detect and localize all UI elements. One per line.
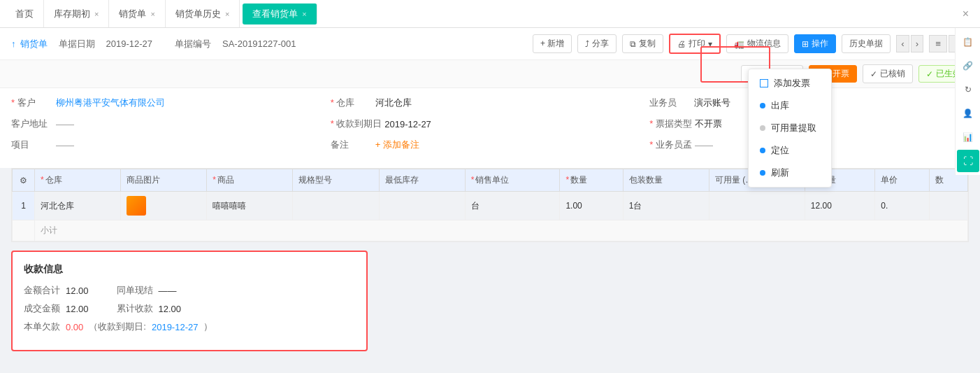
copy-button[interactable]: ⧉ 复制 bbox=[622, 34, 663, 53]
customer-value[interactable]: 柳州粤港平安气体有限公司 bbox=[56, 97, 165, 109]
tab-sales-order[interactable]: 销货单 × bbox=[109, 0, 165, 27]
tab-inventory-init[interactable]: 库存期初 × bbox=[44, 0, 109, 27]
logistics-button[interactable]: 🚛 物流信息 bbox=[726, 34, 788, 53]
available-extract-item[interactable]: 可用量提取 bbox=[749, 117, 831, 139]
due-date: 2019-12-27 bbox=[152, 322, 199, 332]
next-button[interactable]: › bbox=[911, 35, 923, 52]
row-product-img bbox=[121, 192, 207, 220]
col-min-stock: 最低库存 bbox=[379, 169, 465, 192]
deal-amount-item: 成交金额 12.00 bbox=[24, 302, 89, 315]
print-dropdown-arrow: ▾ bbox=[708, 39, 712, 49]
tab-sales-history[interactable]: 销货单历史 × bbox=[166, 0, 240, 27]
tab-view-sales-close[interactable]: × bbox=[302, 10, 306, 18]
page-wrapper: 首页 库存期初 × 销货单 × 销货单历史 × 查看销货单 × × ↑ 销货单 … bbox=[0, 0, 980, 373]
customer-field: 客户 柳州粤港平安气体有限公司 bbox=[11, 97, 331, 109]
available-extract-label: 可用量提取 bbox=[771, 122, 816, 134]
deal-amount-label: 成交金额 bbox=[24, 302, 60, 315]
row-extra bbox=[929, 192, 967, 220]
right-tool-2[interactable]: 🔗 bbox=[957, 55, 979, 77]
note-field: 备注 + 添加备注 bbox=[331, 139, 650, 151]
same-order-label: 同单现结 bbox=[117, 284, 153, 297]
print-button[interactable]: 🖨 打印 ▾ bbox=[669, 34, 721, 54]
tab-sales-order-close[interactable]: × bbox=[150, 10, 154, 18]
same-order-value: —— bbox=[159, 286, 177, 296]
staff2-label: 业务员孟 bbox=[649, 139, 692, 151]
right-tool-expand[interactable]: ⛶ bbox=[957, 150, 979, 172]
note-label: 备注 bbox=[331, 139, 373, 151]
col-quantity: *数量 bbox=[560, 169, 623, 192]
tab-home[interactable]: 首页 bbox=[6, 0, 44, 27]
amount-value: 12.00 bbox=[66, 286, 89, 296]
address-label: 客户地址 bbox=[11, 118, 53, 130]
tab-sales-history-label: 销货单历史 bbox=[175, 8, 221, 20]
tab-inventory-init-close[interactable]: × bbox=[94, 10, 99, 18]
share-button[interactable]: ⤴ 分享 bbox=[577, 34, 617, 53]
right-tool-3[interactable]: ↻ bbox=[957, 78, 979, 101]
payment-date-field: 收款到期日 2019-12-27 bbox=[331, 118, 650, 130]
share-icon: ⤴ bbox=[585, 39, 589, 49]
right-tool-4[interactable]: 👤 bbox=[957, 102, 979, 125]
arrears-label: 本单欠款 bbox=[24, 321, 60, 333]
operations-icon: ⊞ bbox=[802, 39, 809, 49]
doc-type-label: 销货单 bbox=[20, 38, 48, 50]
add-invoice-label: 添加发票 bbox=[774, 77, 810, 90]
project-field: 项目 —— bbox=[11, 139, 331, 151]
window-close-button[interactable]: × bbox=[957, 8, 974, 20]
outbound-label: 出库 bbox=[771, 99, 789, 112]
number-value: SA-20191227-001 bbox=[222, 38, 296, 49]
amount-label: 金额合计 bbox=[24, 284, 60, 297]
row-quantity: 1.00 bbox=[560, 192, 623, 220]
payment-row-1: 金额合计 12.00 同单现结 —— bbox=[24, 284, 355, 297]
doc-meta: 单据日期 2019-12-27 单据编号 SA-20191227-001 bbox=[59, 38, 296, 50]
tab-inventory-init-label: 库存期初 bbox=[54, 8, 90, 20]
form-area: 客户 柳州粤港平安气体有限公司 仓库 河北仓库 业务员 演示账号 客户地址 ——… bbox=[0, 88, 980, 168]
col-pack-qty: 包装数量 bbox=[623, 169, 709, 192]
tab-sales-history-close[interactable]: × bbox=[225, 10, 229, 18]
tab-bar: 首页 库存期初 × 销货单 × 销货单历史 × 查看销货单 × × bbox=[0, 0, 980, 28]
payment-row-2: 成交金额 12.00 累计收款 12.00 bbox=[24, 302, 355, 315]
col-unit-price: 单价 bbox=[875, 169, 930, 192]
doc-icon: ↑ bbox=[11, 38, 16, 49]
prev-button[interactable]: ‹ bbox=[896, 35, 909, 52]
payment-info-title: 收款信息 bbox=[24, 263, 355, 276]
outbound-item[interactable]: 出库 bbox=[749, 94, 831, 117]
available-dot bbox=[760, 125, 765, 131]
operations-button[interactable]: ⊞ 操作 bbox=[794, 34, 836, 53]
ticket-type-label: 票据类型 bbox=[649, 118, 692, 130]
nav-arrows: ‹ › bbox=[896, 35, 923, 52]
row-unit: 台 bbox=[465, 192, 560, 220]
col-product-img: 商品图片 bbox=[121, 169, 207, 192]
refresh-item[interactable]: 刷新 bbox=[749, 162, 831, 184]
doc-header: ↑ 销货单 单据日期 2019-12-27 单据编号 SA-20191227-0… bbox=[0, 28, 980, 60]
row-product: 嘻嘻嘻嘻 bbox=[207, 192, 293, 220]
staff2-value: —— bbox=[695, 140, 713, 150]
right-tool-1[interactable]: 📋 bbox=[957, 31, 979, 53]
payment-info-section: 收款信息 金额合计 12.00 同单现结 —— 成交金额 12.00 累计收款 … bbox=[11, 251, 368, 351]
row-unit-price: 0. bbox=[875, 192, 930, 220]
right-tool-5[interactable]: 📊 bbox=[957, 126, 979, 148]
logistics-icon: 🚛 bbox=[734, 39, 744, 49]
tab-view-sales[interactable]: 查看销货单 × bbox=[243, 3, 317, 24]
staff-label: 业务员 bbox=[649, 97, 691, 109]
history-button[interactable]: 历史单据 bbox=[842, 34, 891, 53]
due-date-suffix: ） bbox=[203, 321, 212, 333]
customer-label: 客户 bbox=[11, 97, 53, 109]
locate-item[interactable]: 定位 bbox=[749, 139, 831, 162]
ticket-type-value: 不开票 bbox=[695, 118, 722, 130]
doc-actions: + 新增 ⤴ 分享 ⧉ 复制 🖨 打印 ▾ 🚛 物流信息 ⊞ 操作 bbox=[533, 34, 969, 54]
add-note-button[interactable]: + 添加备注 bbox=[375, 139, 419, 151]
new-button[interactable]: + 新增 bbox=[533, 34, 572, 53]
number-label: 单据编号 bbox=[175, 38, 211, 50]
col-warehouse: *仓库 bbox=[35, 169, 121, 192]
locate-label: 定位 bbox=[771, 144, 789, 157]
row-num: 1 bbox=[13, 192, 35, 220]
add-invoice-item[interactable]: 添加发票 bbox=[749, 72, 831, 94]
amount-item: 金额合计 12.00 bbox=[24, 284, 89, 297]
list-view-button[interactable]: ≡ bbox=[929, 35, 947, 52]
cumulative-item: 累计收款 12.00 bbox=[117, 302, 182, 315]
row-warehouse: 河北仓库 bbox=[35, 192, 121, 220]
copy-icon: ⧉ bbox=[630, 39, 636, 49]
confirm-button[interactable]: ✓ 已核销 bbox=[863, 64, 913, 83]
tab-view-sales-label: 查看销货单 bbox=[252, 8, 298, 20]
second-toolbar: 📱 来自手机 ● 未开票 ✓ 已核销 ✓ 已生效 bbox=[0, 60, 980, 88]
